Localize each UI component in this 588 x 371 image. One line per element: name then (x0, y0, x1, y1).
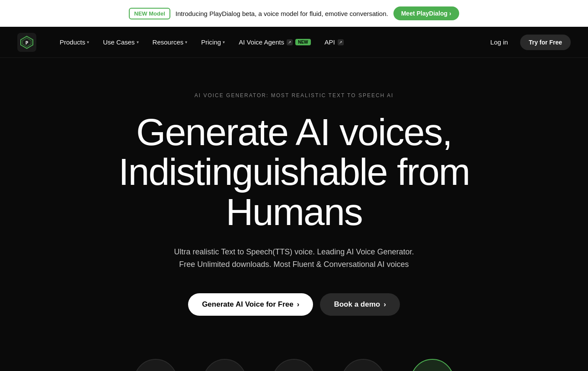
generate-voice-label: Generate AI Voice for Free (202, 300, 294, 309)
nav-use-cases-label: Use Cases (103, 38, 134, 46)
hero-title: Generate AI voices, Indistinguishable fr… (118, 112, 470, 232)
hero-title-line2: Indistinguishable from (118, 150, 470, 193)
meet-playdialog-arrow: › (449, 10, 451, 17)
generate-voice-button[interactable]: Generate AI Voice for Free › (188, 293, 313, 316)
voice-samples (17, 350, 571, 371)
nav-use-cases[interactable]: Use Cases ▾ (97, 35, 144, 49)
generate-voice-arrow: › (297, 300, 300, 309)
try-free-button[interactable]: Try for Free (520, 35, 571, 50)
voice-sample-1[interactable] (134, 359, 177, 371)
hero-subtitle: AI VOICE GENERATOR: MOST REALISTIC TEXT … (195, 92, 394, 98)
voice-sample-2[interactable] (203, 359, 246, 371)
login-button[interactable]: Log in (485, 35, 513, 49)
nav-api[interactable]: API ↗ (319, 35, 350, 49)
nav-resources-label: Resources (153, 38, 184, 46)
hero-section: AI VOICE GENERATOR: MOST REALISTIC TEXT … (0, 58, 588, 371)
meet-playdialog-button[interactable]: Meet PlayDialog › (393, 6, 459, 20)
resources-chevron-icon: ▾ (185, 40, 187, 44)
nav-resources[interactable]: Resources ▾ (147, 35, 194, 49)
hero-title-line1: Generate AI voices, (136, 111, 452, 153)
svg-text:P: P (26, 40, 29, 46)
nav-links: Products ▾ Use Cases ▾ Resources ▾ Prici… (54, 35, 485, 49)
use-cases-chevron-icon: ▾ (137, 40, 139, 44)
hero-description-line1: Ultra realistic Text to Speech(TTS) voic… (174, 246, 414, 258)
announcement-text: Introducing PlayDialog beta, a voice mod… (176, 10, 388, 17)
meet-playdialog-label: Meet PlayDialog (401, 10, 447, 17)
book-demo-arrow: › (383, 300, 386, 309)
nav-products-label: Products (60, 38, 85, 46)
book-demo-label: Book a demo (334, 300, 380, 309)
logo[interactable]: P (17, 33, 36, 52)
navbar: P Products ▾ Use Cases ▾ Resources ▾ Pri… (0, 27, 588, 58)
products-chevron-icon: ▾ (87, 40, 89, 44)
announcement-bar: NEW Model Introducing PlayDialog beta, a… (0, 0, 588, 27)
nav-pricing[interactable]: Pricing ▾ (195, 35, 231, 49)
hero-title-line3: Humans (226, 190, 362, 233)
voice-sample-3[interactable] (272, 359, 316, 371)
new-model-badge: NEW Model (129, 8, 170, 19)
voice-sample-5[interactable] (411, 359, 454, 371)
hero-description-line2: Free Unlimited downloads. Most Fluent & … (174, 258, 414, 271)
api-external-link-icon: ↗ (338, 39, 344, 45)
nav-api-label: API (325, 38, 335, 46)
nav-right: Log in Try for Free (485, 35, 571, 50)
nav-pricing-label: Pricing (201, 38, 221, 46)
hero-description: Ultra realistic Text to Speech(TTS) voic… (174, 246, 414, 271)
book-demo-button[interactable]: Book a demo › (320, 293, 399, 316)
logo-icon: P (17, 33, 36, 52)
nav-products[interactable]: Products ▾ (54, 35, 95, 49)
nav-ai-voice-agents-label: AI Voice Agents (239, 38, 284, 46)
new-badge: NEW (295, 39, 310, 45)
external-link-icon: ↗ (287, 39, 293, 45)
voice-sample-4[interactable] (342, 359, 385, 371)
hero-buttons: Generate AI Voice for Free › Book a demo… (188, 293, 400, 316)
nav-ai-voice-agents[interactable]: AI Voice Agents ↗ NEW (233, 35, 316, 49)
pricing-chevron-icon: ▾ (223, 40, 225, 44)
